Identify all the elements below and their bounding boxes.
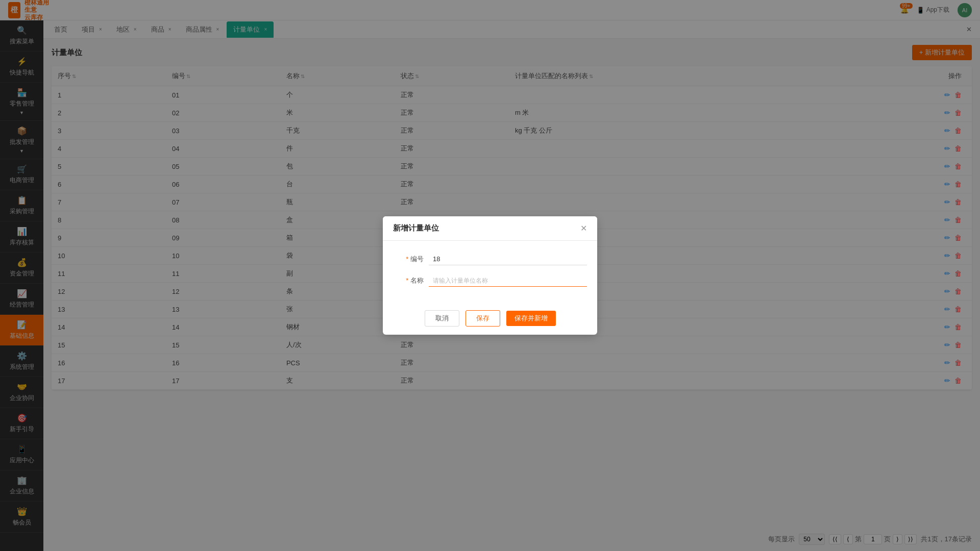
save-and-new-button[interactable]: 保存并新增 (506, 311, 556, 326)
modal-close-button[interactable]: ✕ (580, 223, 587, 233)
form-row-code: * 编号 (393, 253, 587, 265)
required-star: * (406, 277, 410, 284)
code-input[interactable] (429, 253, 587, 265)
code-label: * 编号 (393, 255, 424, 264)
required-star: * (406, 255, 410, 263)
modal-title: 新增计量单位 (393, 223, 439, 233)
modal-body: * 编号 * 名称 (383, 241, 597, 304)
form-row-name: * 名称 (393, 274, 587, 287)
add-unit-modal: 新增计量单位 ✕ * 编号 * 名称 取消 保存 保存并新增 (383, 216, 597, 335)
cancel-button[interactable]: 取消 (425, 310, 459, 327)
save-button[interactable]: 保存 (465, 310, 500, 327)
name-label: * 名称 (393, 276, 424, 285)
modal-header: 新增计量单位 ✕ (383, 216, 597, 241)
modal-overlay: 新增计量单位 ✕ * 编号 * 名称 取消 保存 保存并新增 (0, 0, 980, 551)
modal-footer: 取消 保存 保存并新增 (383, 304, 597, 335)
name-input[interactable] (429, 274, 587, 287)
